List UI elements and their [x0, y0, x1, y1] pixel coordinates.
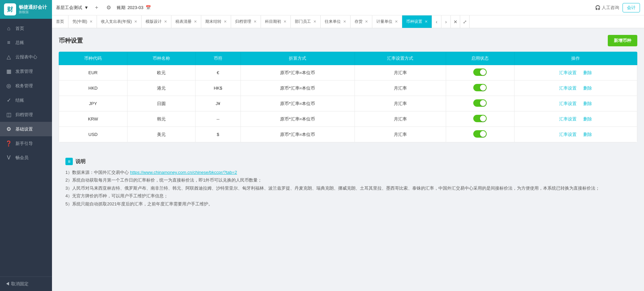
kuaiji-button[interactable]: 会计: [623, 3, 640, 12]
calendar-icon[interactable]: 📅: [146, 5, 151, 10]
tab-template[interactable]: 模版设计 ✕: [142, 15, 171, 28]
tab-label: 期末结转: [205, 19, 221, 25]
toggle-switch[interactable]: [473, 130, 487, 138]
sidebar-item-archive[interactable]: ◫ 归档管理: [0, 107, 52, 122]
sidebar-item-label: 发票管理: [15, 68, 33, 75]
toggle-thumb: [480, 85, 486, 91]
sidebar-item-tax[interactable]: ◎ 税务管理: [0, 79, 52, 93]
cell-status[interactable]: [446, 127, 515, 142]
tab-currency[interactable]: 币种设置 ✕: [402, 15, 432, 28]
delete-link[interactable]: 删除: [583, 70, 592, 75]
sidebar-item-member[interactable]: V 畅会员: [0, 151, 52, 165]
page-content: 币种设置 新增币种 币种代码 币种名称 币符 折算方式 汇率设置方式 启用状态 …: [52, 28, 644, 291]
tab-next-button[interactable]: ›: [441, 15, 451, 28]
sidebar-item-settings[interactable]: ⚙ 基础设置: [0, 122, 52, 136]
guide-icon: ❓: [5, 140, 12, 147]
table-row: USD 美元 $ 原币*汇率=本位币 月汇率 汇率设置 删除: [59, 127, 637, 142]
tab-close-icon[interactable]: ✕: [395, 19, 398, 24]
tab-period-end[interactable]: 期末结转 ✕: [201, 15, 231, 28]
tab-close-icon[interactable]: ✕: [134, 19, 137, 24]
headset-icon: 🎧: [595, 5, 600, 10]
new-currency-button[interactable]: 新增币种: [608, 35, 637, 46]
cell-status[interactable]: [446, 81, 515, 96]
toggle-switch[interactable]: [473, 84, 487, 91]
sidebar-item-label: 云报表中心: [15, 54, 37, 60]
toggle-switch[interactable]: [473, 115, 487, 122]
tab-subject[interactable]: 科目期初 ✕: [261, 15, 291, 28]
sidebar-item-label: 首页: [15, 26, 24, 32]
company-selector[interactable]: 基层工会测试 ▼: [56, 5, 89, 11]
tab-label: 模版设计: [146, 19, 162, 25]
tab-close-icon[interactable]: ✕: [365, 19, 368, 24]
cell-name: 欧元: [127, 65, 196, 81]
tab-archive[interactable]: 归档管理 ✕: [231, 15, 261, 28]
sidebar-item-guide[interactable]: ❓ 新手引导: [0, 136, 52, 151]
cell-code: EUR: [59, 65, 127, 81]
tab-unit[interactable]: 计量单位 ✕: [372, 15, 402, 28]
add-tab-button[interactable]: ＋: [92, 3, 101, 12]
cell-code: JPY: [59, 96, 127, 111]
tab-close-icon[interactable]: ✕: [283, 19, 286, 24]
toggle-track: [473, 99, 487, 107]
toggle-switch[interactable]: [473, 99, 487, 107]
tab-close-all-button[interactable]: ✕: [451, 15, 460, 28]
rate-settings-link[interactable]: 汇率设置: [559, 101, 577, 106]
sidebar-item-reports[interactable]: △ 云报表中心: [0, 50, 52, 64]
notice-link[interactable]: https://www.chinamoney.com.cn/chinese/bk…: [130, 170, 237, 175]
sidebar-item-label: 总账: [15, 40, 24, 46]
rate-settings-link[interactable]: 汇率设置: [559, 70, 577, 75]
delete-link[interactable]: 删除: [583, 101, 592, 106]
tab-close-icon[interactable]: ✕: [164, 19, 167, 24]
rate-settings-link[interactable]: 汇率设置: [559, 132, 577, 137]
cell-code: USD: [59, 127, 127, 142]
tab-close-icon[interactable]: ✕: [425, 19, 428, 24]
service-button[interactable]: 🎧 人工咨询: [595, 5, 619, 11]
tab-expand-button[interactable]: ⤢: [460, 15, 470, 28]
tab-home[interactable]: 首页: [52, 15, 68, 28]
topbar-right: 🎧 人工咨询 会计: [595, 3, 640, 12]
tab-stock[interactable]: 存货 ✕: [351, 15, 372, 28]
tab-close-icon[interactable]: ✕: [254, 19, 257, 24]
archive-icon: ◫: [5, 111, 12, 118]
logo-sub: 旗舰版: [19, 10, 47, 14]
delete-link[interactable]: 删除: [583, 86, 592, 91]
rate-settings-link[interactable]: 汇率设置: [559, 86, 577, 91]
tab-label: 币种设置: [406, 19, 422, 25]
cell-status[interactable]: [446, 65, 515, 81]
sidebar-item-ledger[interactable]: ≡ 总账: [0, 36, 52, 50]
cell-status[interactable]: [446, 96, 515, 111]
tab-voucher[interactable]: 凭(中期) ✕: [68, 15, 97, 28]
tab-label: 收入支出表(年报): [101, 19, 132, 25]
tab-close-icon[interactable]: ✕: [194, 19, 197, 24]
tab-dept[interactable]: 部门员工 ✕: [291, 15, 321, 28]
rate-settings-link[interactable]: 汇率设置: [559, 116, 577, 122]
sidebar-pin-toggle[interactable]: ◀ 取消固定: [0, 277, 52, 291]
cell-conversion: 原币*汇率=本位币: [240, 127, 355, 142]
toggle-switch[interactable]: [473, 68, 487, 76]
tab-customer[interactable]: 往来单位 ✕: [321, 15, 351, 28]
tab-label: 税表清册: [175, 19, 192, 25]
topbar: 基层工会测试 ▼ ＋ ⚙ 账期 2023-03 📅 🎧 人工咨询 会计: [52, 0, 644, 15]
sidebar-item-invoice[interactable]: ▦ 发票管理: [0, 64, 52, 79]
notice-box: ≡ 说明 1）数据来源：中国外汇交易中心 https://www.chinamo…: [59, 152, 637, 213]
tab-close-icon[interactable]: ✕: [343, 19, 346, 24]
col-symbol: 币符: [196, 52, 241, 65]
settings-cog-button[interactable]: ⚙: [104, 3, 113, 12]
sidebar-nav: ⌂ 首页 ≡ 总账 △ 云报表中心 ▦ 发票管理 ◎ 税务管理 ✓ 结账 ◫ 归…: [0, 19, 52, 277]
delete-link[interactable]: 删除: [583, 116, 592, 122]
settle-icon: ✓: [5, 97, 12, 103]
notice-title: ≡ 说明: [65, 158, 631, 165]
tab-income[interactable]: 收入支出表(年报) ✕: [97, 15, 142, 28]
delete-link[interactable]: 删除: [583, 132, 592, 137]
sidebar-item-settle[interactable]: ✓ 结账: [0, 93, 52, 107]
tab-close-icon[interactable]: ✕: [90, 19, 93, 24]
tab-close-icon[interactable]: ✕: [224, 19, 227, 24]
tab-tax[interactable]: 税表清册 ✕: [171, 15, 201, 28]
sidebar-item-home[interactable]: ⌂ 首页: [0, 21, 52, 36]
cell-conversion: 原币*汇率=本位币: [240, 96, 355, 111]
cell-status[interactable]: [446, 111, 515, 127]
tab-close-icon[interactable]: ✕: [313, 19, 316, 24]
tab-prev-button[interactable]: ‹: [432, 15, 441, 28]
dropdown-icon: ▼: [84, 5, 89, 10]
sidebar-item-label: 畅会员: [15, 155, 29, 161]
